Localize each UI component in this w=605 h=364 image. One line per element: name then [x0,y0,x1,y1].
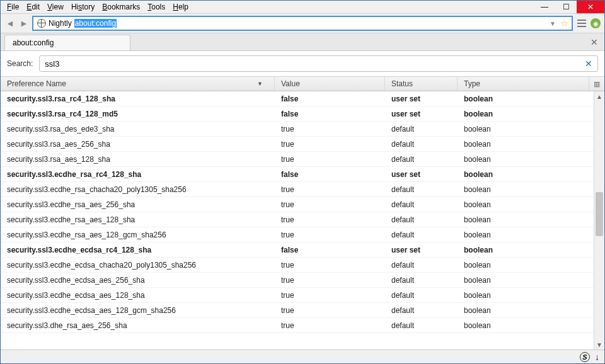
url-bar[interactable]: Nightly about:config ▼ ☆ [32,16,573,31]
menu-bar: File Edit View History Bookmarks Tools H… [1,1,604,13]
menu-file[interactable]: File [3,1,23,13]
header-status[interactable]: Status [385,77,458,91]
column-headers: Preference Name ▼ Value Status Type ▥ [1,76,604,91]
vertical-scrollbar[interactable]: ▲ ▼ [594,91,604,350]
close-button[interactable]: ✕ [577,1,604,13]
column-picker-icon[interactable]: ▥ [589,77,604,91]
pref-value: true [275,276,385,285]
navigation-toolbar: ◄ ► Nightly about:config ▼ ☆ ◉ [1,13,604,33]
pref-type: boolean [458,215,594,224]
tabs-close-icon[interactable]: ✕ [591,37,598,47]
pref-name: security.ssl3.ecdhe_rsa_rc4_128_sha [1,170,275,179]
menu-history[interactable]: History [67,1,98,13]
pref-value: false [275,94,385,103]
pref-value: true [275,230,385,239]
minimize-button[interactable]: — [534,1,555,13]
scroll-up-icon[interactable]: ▲ [594,91,604,101]
download-indicator-icon[interactable]: ↓ [595,352,599,362]
menu-edit[interactable]: Edit [23,1,43,13]
pref-type: boolean [458,306,594,315]
pref-value: true [275,321,385,330]
tab-label: about:config [13,38,54,47]
menu-help[interactable]: Help [169,1,192,13]
header-value[interactable]: Value [275,77,385,91]
table-row[interactable]: security.ssl3.ecdhe_rsa_aes_128_shatrued… [1,212,594,227]
table-body[interactable]: security.ssl3.rsa_rc4_128_shafalseuser s… [1,91,594,350]
globe-icon [37,19,46,28]
script-indicator-icon[interactable]: S [580,352,590,362]
menu-bookmarks[interactable]: Bookmarks [98,1,144,13]
table-row[interactable]: security.ssl3.ecdhe_rsa_aes_256_shatrued… [1,197,594,212]
pref-type: boolean [458,125,594,134]
pref-value: false [275,170,385,179]
forward-button[interactable]: ► [18,18,30,29]
tab-about-config[interactable]: about:config [4,35,130,50]
pref-status: default [385,200,458,209]
table-row[interactable]: security.ssl3.ecdhe_ecdsa_chacha20_poly1… [1,258,594,273]
tab-bar: about:config ✕ [1,33,604,51]
table-row[interactable]: security.ssl3.ecdhe_rsa_aes_128_gcm_sha2… [1,227,594,242]
table-row[interactable]: security.ssl3.rsa_aes_256_shatruedefault… [1,137,594,152]
urlbar-dropdown-icon[interactable]: ▼ [547,20,558,27]
pref-status: user set [385,246,458,254]
pref-status: default [385,291,458,300]
table-row[interactable]: security.ssl3.ecdhe_rsa_rc4_128_shafalse… [1,167,594,182]
pref-name: security.ssl3.ecdhe_rsa_chacha20_poly130… [1,185,275,194]
table-row[interactable]: security.ssl3.ecdhe_ecdsa_aes_256_shatru… [1,273,594,288]
pref-status: default [385,306,458,315]
bookmark-star-icon[interactable]: ☆ [558,18,570,29]
pref-name: security.ssl3.rsa_rc4_128_sha [1,94,275,103]
pref-type: boolean [458,246,594,254]
preferences-table: security.ssl3.rsa_rc4_128_shafalseuser s… [1,91,604,350]
pref-type: boolean [458,261,594,270]
pref-status: user set [385,110,458,118]
pref-status: default [385,230,458,239]
pref-name: security.ssl3.rsa_des_ede3_sha [1,125,275,134]
clear-search-icon[interactable]: ✕ [585,59,592,69]
table-row[interactable]: security.ssl3.rsa_rc4_128_shafalseuser s… [1,91,594,106]
pref-type: boolean [458,185,594,194]
table-row[interactable]: security.ssl3.ecdhe_ecdsa_rc4_128_shafal… [1,242,594,258]
search-label: Search: [7,59,33,68]
back-button[interactable]: ◄ [4,18,16,29]
table-row[interactable]: security.ssl3.ecdhe_ecdsa_aes_128_shatru… [1,288,594,303]
table-row[interactable]: security.ssl3.rsa_rc4_128_md5falseuser s… [1,106,594,122]
menu-view[interactable]: View [43,1,67,13]
table-row[interactable]: security.ssl3.rsa_des_ede3_shatruedefaul… [1,122,594,137]
search-input[interactable] [45,59,585,69]
pref-name: security.ssl3.ecdhe_ecdsa_aes_256_sha [1,276,275,285]
pref-value: true [275,200,385,209]
pref-name: security.ssl3.ecdhe_ecdsa_aes_128_gcm_sh… [1,306,275,315]
pref-status: default [385,125,458,134]
table-row[interactable]: security.ssl3.ecdhe_rsa_chacha20_poly130… [1,182,594,197]
header-type[interactable]: Type [458,77,589,91]
search-input-container[interactable]: ✕ [39,55,598,72]
browser-window: File Edit View History Bookmarks Tools H… [0,0,605,364]
pref-value: false [275,110,385,118]
pref-type: boolean [458,200,594,209]
pref-type: boolean [458,140,594,149]
pref-type: boolean [458,155,594,164]
pref-name: security.ssl3.rsa_rc4_128_md5 [1,110,275,118]
hamburger-menu-button[interactable] [575,20,588,27]
scroll-thumb[interactable] [596,192,603,236]
pref-status: user set [385,94,458,103]
table-row[interactable]: security.ssl3.rsa_aes_128_shatruedefault… [1,152,594,167]
menu-tools[interactable]: Tools [144,1,169,13]
scroll-down-icon[interactable]: ▼ [594,339,604,350]
maximize-button[interactable]: ☐ [555,1,577,13]
header-preference-name[interactable]: Preference Name ▼ [1,77,275,91]
pref-status: default [385,155,458,164]
pref-status: default [385,185,458,194]
pref-type: boolean [458,291,594,300]
pref-value: true [275,125,385,134]
identity-box[interactable]: Nightly [35,19,74,28]
table-row[interactable]: security.ssl3.ecdhe_ecdsa_aes_128_gcm_sh… [1,303,594,318]
search-bar: Search: ✕ [1,51,604,76]
robot-indicator-icon[interactable]: ◉ [591,18,601,28]
pref-value: true [275,155,385,164]
pref-status: user set [385,170,458,179]
table-row[interactable]: security.ssl3.dhe_rsa_aes_256_shatruedef… [1,318,594,333]
pref-status: default [385,261,458,270]
pref-type: boolean [458,321,594,330]
